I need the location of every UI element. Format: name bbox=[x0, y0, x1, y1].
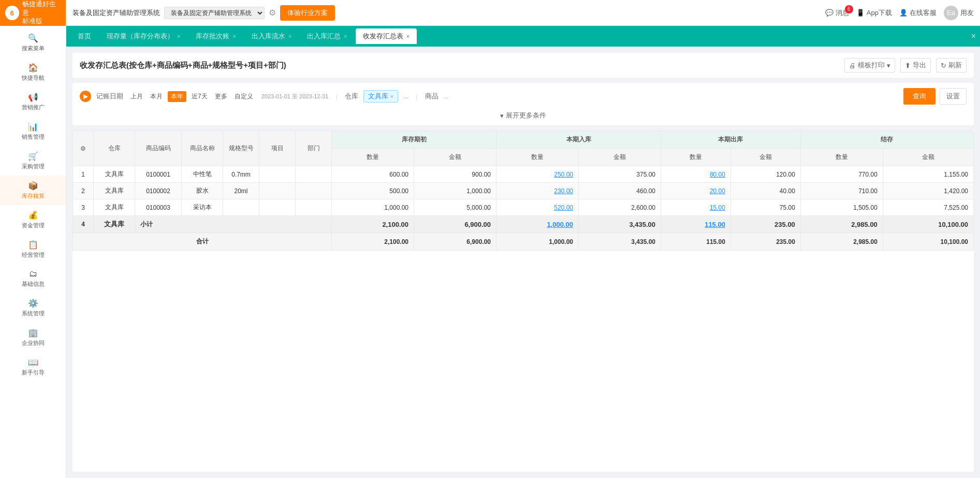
system-icon: ⚙️ bbox=[28, 298, 38, 308]
filter-expand-btn[interactable]: ▾ 展开更多条件 bbox=[500, 111, 546, 120]
row-bal-amt: 1,155.00 bbox=[883, 166, 973, 183]
subtotal-in-amt: 3,435.00 bbox=[579, 216, 661, 233]
sidebar-item-operation[interactable]: 📋经营管理 bbox=[0, 235, 66, 264]
row-out-amt: 75.00 bbox=[730, 199, 800, 216]
date-opt-本月[interactable]: 本月 bbox=[148, 91, 165, 102]
tab-close-batch_ledger[interactable]: × bbox=[232, 33, 236, 39]
experience-btn[interactable]: 体验行业方案 bbox=[280, 5, 335, 21]
col-bal-qty-header: 数量 bbox=[800, 149, 883, 166]
col-out-amt-header: 金额 bbox=[730, 149, 800, 166]
subtotal-bal-qty: 2,985.00 bbox=[800, 216, 883, 233]
sidebar-item-sales[interactable]: 📊销售管理 bbox=[0, 117, 66, 146]
row-open-qty: 600.00 bbox=[332, 166, 414, 183]
row-out-qty[interactable]: 80.00 bbox=[661, 166, 731, 183]
row-out-qty[interactable]: 20.00 bbox=[661, 183, 731, 199]
operation-icon: 📋 bbox=[28, 240, 38, 250]
sidebar-item-marketing[interactable]: 📢营销推广 bbox=[0, 87, 66, 117]
warehouse-more-btn[interactable]: ... bbox=[403, 93, 408, 100]
warehouse-tag-text: 文具库 bbox=[368, 92, 388, 101]
row-open-qty: 500.00 bbox=[332, 183, 414, 199]
set-btn[interactable]: 设置 bbox=[940, 88, 967, 105]
date-opt-自定义[interactable]: 自定义 bbox=[232, 91, 255, 102]
page-title: 收发存汇总表(按仓库+商品编码+商品+规格型号+项目+部门) bbox=[80, 61, 286, 70]
tab-collect_summary[interactable]: 收发存汇总表× bbox=[356, 28, 417, 44]
query-btn[interactable]: 查询 bbox=[903, 88, 935, 105]
quick_nav-icon: 🏠 bbox=[28, 63, 38, 73]
export-btn[interactable]: ⬆ 导出 bbox=[900, 58, 931, 73]
close-all-tabs-btn[interactable]: × bbox=[971, 32, 976, 41]
topbar-system-select[interactable]: 装备及固定资产辅助管理系统 bbox=[164, 7, 265, 19]
row-open-amt: 900.00 bbox=[414, 166, 496, 183]
date-options: 上月本月本年近7天更多自定义 bbox=[128, 91, 255, 102]
row-product: 采访本 bbox=[182, 199, 223, 216]
row-open-amt: 1,000.00 bbox=[414, 183, 496, 199]
col-out-qty-header: 数量 bbox=[661, 149, 731, 166]
row-warehouse: 文具库 bbox=[94, 199, 135, 216]
notification-item[interactable]: 💬 消息 6 bbox=[825, 8, 849, 18]
row-in-qty[interactable]: 520.00 bbox=[496, 199, 579, 216]
row-in-qty[interactable]: 230.00 bbox=[496, 183, 579, 199]
tab-close-inout_summary[interactable]: × bbox=[344, 33, 347, 39]
row-product: 中性笔 bbox=[182, 166, 223, 183]
tab-close-inout_flow[interactable]: × bbox=[288, 33, 291, 39]
sidebar-logo: 6 畅捷通好生意 标准版 bbox=[0, 0, 66, 26]
date-opt-上月[interactable]: 上月 bbox=[128, 91, 145, 102]
sidebar-item-inventory[interactable]: 📦库存核算 bbox=[0, 176, 66, 205]
subtotal-in-qty[interactable]: 1,000.00 bbox=[496, 216, 579, 233]
tab-batch_ledger[interactable]: 库存批次账× bbox=[188, 28, 243, 44]
sidebar: 6 畅捷通好生意 标准版 🔍搜索菜单🏠快捷导航📢营销推广📊销售管理🛒采购管理📦库… bbox=[0, 0, 66, 478]
tab-inout_summary[interactable]: 出入库汇总× bbox=[300, 28, 354, 44]
purchase-icon: 🛒 bbox=[28, 151, 38, 161]
sidebar-item-basic[interactable]: 🗂基础信息 bbox=[0, 264, 66, 293]
subtotal-num: 4 bbox=[73, 216, 94, 233]
logo-icon: 6 bbox=[5, 6, 19, 20]
row-in-qty[interactable]: 250.00 bbox=[496, 166, 579, 183]
tab-close-collect_summary[interactable]: × bbox=[406, 33, 409, 39]
sidebar-item-search[interactable]: 🔍搜索菜单 bbox=[0, 28, 66, 57]
phone-icon: 📱 bbox=[856, 9, 865, 17]
col-open-header: 库存期初 bbox=[332, 131, 496, 149]
date-opt-本年[interactable]: 本年 bbox=[168, 91, 186, 102]
col-bal-amt-header: 金额 bbox=[883, 149, 973, 166]
date-opt-更多[interactable]: 更多 bbox=[213, 91, 229, 102]
page-header: 收发存汇总表(按仓库+商品编码+商品+规格型号+项目+部门) 🖨 模板打印 ▾ … bbox=[72, 53, 974, 78]
date-label: 记账日期 bbox=[96, 92, 123, 101]
tab-inout_flow[interactable]: 出入库流水× bbox=[244, 28, 299, 44]
row-spec: 0.7mm bbox=[223, 166, 259, 183]
print-btn[interactable]: 🖨 模板打印 ▾ bbox=[844, 58, 895, 73]
product-more-btn[interactable]: ... bbox=[444, 93, 449, 100]
sidebar-item-quick_nav[interactable]: 🏠快捷导航 bbox=[0, 57, 66, 87]
app-download-item[interactable]: 📱 App下载 bbox=[856, 8, 892, 18]
sidebar-item-purchase[interactable]: 🛒采购管理 bbox=[0, 146, 66, 176]
sidebar-item-finance[interactable]: 💰资金管理 bbox=[0, 205, 66, 235]
warehouse-tag-close-btn[interactable]: × bbox=[390, 93, 393, 99]
refresh-btn[interactable]: ↻ 刷新 bbox=[936, 58, 967, 73]
sidebar-item-enterprise[interactable]: 🏢企业协同 bbox=[0, 323, 66, 352]
tab-label-collect_summary: 收发存汇总表 bbox=[363, 32, 403, 41]
tab-home[interactable]: 首页 bbox=[70, 28, 98, 44]
sidebar-item-guide[interactable]: 📖新手引导 bbox=[0, 352, 66, 382]
row-out-amt: 40.00 bbox=[730, 183, 800, 199]
subtotal-out-qty[interactable]: 115.00 bbox=[661, 216, 731, 233]
row-out-qty[interactable]: 15.00 bbox=[661, 199, 731, 216]
col-project-header: 项目 bbox=[259, 131, 296, 166]
sidebar-item-system[interactable]: ⚙️系统管理 bbox=[0, 293, 66, 323]
gear-icon[interactable]: ⚙ bbox=[269, 8, 276, 18]
user-name-label: 用友 bbox=[960, 8, 974, 18]
topbar-system-title: 装备及固定资产辅助管理系统 bbox=[72, 8, 160, 18]
tab-inventory_distribution[interactable]: 现存量（库存分布表）× bbox=[99, 28, 187, 44]
date-opt-近7天[interactable]: 近7天 bbox=[189, 91, 210, 102]
guide-icon: 📖 bbox=[28, 357, 38, 367]
notification-badge: 6 bbox=[845, 5, 853, 13]
row-project bbox=[259, 166, 296, 183]
col-code-header: 商品编码 bbox=[135, 131, 182, 166]
bell-icon: 💬 bbox=[825, 9, 833, 17]
filter-collapse-btn[interactable]: ▶ bbox=[80, 91, 91, 102]
row-num: 1 bbox=[73, 166, 94, 183]
user-item[interactable]: Ea 用友 bbox=[944, 6, 974, 20]
col-settings-header[interactable]: ⚙ bbox=[73, 131, 94, 166]
tab-label-inventory_distribution: 现存量（库存分布表） bbox=[107, 32, 174, 41]
col-bal-header: 结存 bbox=[800, 131, 973, 149]
tab-close-inventory_distribution[interactable]: × bbox=[177, 33, 180, 39]
online-service-item[interactable]: 👤 在线客服 bbox=[899, 8, 937, 18]
